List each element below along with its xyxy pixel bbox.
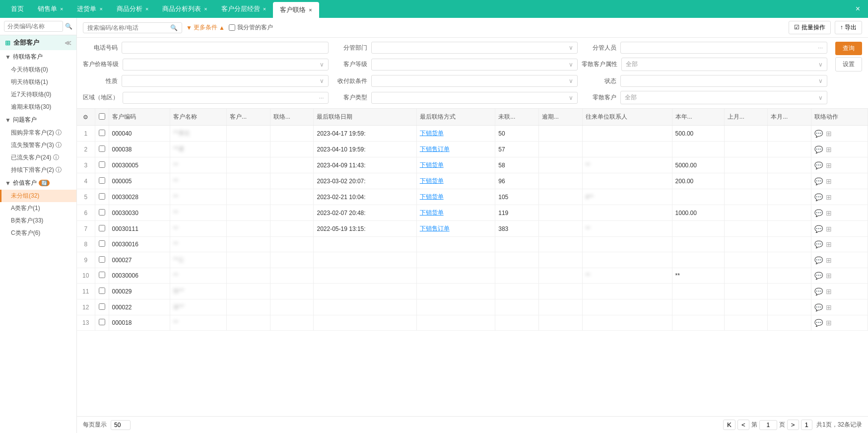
sidebar-item-ungroup[interactable]: 未分组(32) bbox=[0, 190, 76, 202]
td-checkbox[interactable] bbox=[95, 189, 109, 205]
tab-bar-close-btn[interactable]: × bbox=[852, 4, 864, 13]
td-last-method[interactable] bbox=[416, 237, 495, 252]
sidebar-group-value[interactable]: ▼ 价值客户 🔄 bbox=[0, 176, 76, 190]
sidebar-search-icon[interactable]: 🔍 bbox=[65, 23, 72, 30]
filter-select-nature[interactable]: ∨ bbox=[122, 75, 329, 87]
td-last-method[interactable] bbox=[416, 299, 495, 315]
sidebar-item-losswarning[interactable]: 流失预警客户(3) ⓘ bbox=[0, 139, 76, 151]
td-name[interactable]: 浓** bbox=[170, 299, 227, 315]
action-chat-icon[interactable]: 💬 bbox=[814, 225, 823, 233]
td-name[interactable]: ** bbox=[170, 189, 227, 205]
td-name[interactable]: ** bbox=[170, 315, 227, 331]
filter-select-price-grade[interactable]: ∨ bbox=[123, 59, 329, 71]
batch-ops-btn[interactable]: ☑ 批量操作 bbox=[789, 21, 830, 34]
td-last-method[interactable] bbox=[416, 315, 495, 331]
td-last-method[interactable]: 下销货单 bbox=[416, 173, 495, 189]
td-last-method[interactable]: 下销货单 bbox=[416, 157, 495, 173]
action-chat-icon[interactable]: 💬 bbox=[814, 209, 823, 217]
sidebar-group-pending[interactable]: ▼ 待联络客户 bbox=[0, 50, 76, 64]
action-grid-icon[interactable]: ⊞ bbox=[826, 288, 832, 295]
action-grid-icon[interactable]: ⊞ bbox=[826, 130, 832, 138]
filter-select-retail[interactable]: 全部 ∨ bbox=[620, 91, 827, 104]
td-name[interactable]: **亲仕 bbox=[170, 126, 227, 142]
action-grid-icon[interactable]: ⊞ bbox=[826, 161, 832, 169]
td-checkbox[interactable] bbox=[95, 268, 109, 284]
td-name[interactable]: ** bbox=[170, 237, 227, 252]
sidebar-group-problem[interactable]: ▼ 问题客户 bbox=[0, 113, 76, 127]
query-btn[interactable]: 查询 bbox=[835, 42, 862, 55]
td-checkbox[interactable] bbox=[95, 237, 109, 252]
my-customers-check[interactable] bbox=[229, 24, 235, 31]
td-name[interactable]: ** bbox=[170, 205, 227, 221]
tab-goods-analysis-list-close[interactable]: × bbox=[204, 6, 207, 12]
td-last-method[interactable]: 下销售订单 bbox=[416, 142, 495, 157]
filter-select-customer-type[interactable]: ∨ bbox=[371, 92, 578, 104]
tab-customer-contact[interactable]: 客户联络 × bbox=[273, 2, 319, 18]
action-chat-icon[interactable]: 💬 bbox=[814, 177, 823, 185]
td-checkbox[interactable] bbox=[95, 173, 109, 189]
footer-first-btn[interactable]: K bbox=[723, 420, 735, 430]
sidebar-item-tomorrow-pending[interactable]: 明天待联络(1) bbox=[0, 76, 76, 88]
td-checkbox[interactable] bbox=[95, 126, 109, 142]
sidebar-item-lost[interactable]: 已流失客户(24) ⓘ bbox=[0, 151, 76, 164]
td-last-method[interactable]: 下销货单 bbox=[416, 189, 495, 205]
td-name[interactable]: ** bbox=[170, 173, 227, 189]
action-grid-icon[interactable]: ⊞ bbox=[826, 225, 832, 233]
footer-page-size-input[interactable] bbox=[111, 420, 131, 430]
td-checkbox[interactable] bbox=[95, 284, 109, 299]
tab-purchase-close[interactable]: × bbox=[99, 6, 102, 12]
row-checkbox[interactable] bbox=[99, 193, 105, 200]
tab-customer-contact-close[interactable]: × bbox=[309, 7, 312, 13]
row-checkbox[interactable] bbox=[99, 288, 105, 294]
row-checkbox[interactable] bbox=[99, 177, 105, 184]
row-checkbox[interactable] bbox=[99, 161, 105, 168]
th-checkbox[interactable] bbox=[95, 109, 109, 126]
row-checkbox[interactable] bbox=[99, 145, 105, 152]
my-customers-checkbox[interactable]: 我分管的客户 bbox=[229, 23, 273, 32]
td-name[interactable]: ** bbox=[170, 268, 227, 284]
sidebar-item-b-class[interactable]: B类客户(33) bbox=[0, 215, 76, 227]
tab-sale-close[interactable]: × bbox=[60, 6, 63, 12]
sidebar-item-a-class[interactable]: A类客户(1) bbox=[0, 202, 76, 215]
filter-select-customer-grade[interactable]: ∨ bbox=[371, 59, 578, 71]
tab-goods-analysis-list[interactable]: 商品分析列表 × bbox=[155, 0, 214, 18]
action-chat-icon[interactable]: 💬 bbox=[814, 145, 823, 153]
td-last-method[interactable]: 下销货单 bbox=[416, 205, 495, 221]
td-name[interactable]: **请 bbox=[170, 142, 227, 157]
sidebar-item-week-pending[interactable]: 近7天待联络(0) bbox=[0, 88, 76, 101]
td-name[interactable]: **公 bbox=[170, 252, 227, 268]
filter-search-icon[interactable]: 🔍 bbox=[170, 24, 178, 31]
action-grid-icon[interactable]: ⊞ bbox=[826, 145, 832, 153]
action-grid-icon[interactable]: ⊞ bbox=[826, 303, 832, 311]
filter-search-input[interactable] bbox=[87, 24, 170, 31]
sidebar-item-declining[interactable]: 持续下滑客户(2) ⓘ bbox=[0, 164, 76, 176]
row-checkbox[interactable] bbox=[99, 303, 105, 310]
td-checkbox[interactable] bbox=[95, 221, 109, 237]
action-grid-icon[interactable]: ⊞ bbox=[826, 240, 832, 248]
row-checkbox[interactable] bbox=[99, 240, 105, 247]
tab-customer-layer[interactable]: 客户分层经营 × bbox=[214, 0, 273, 18]
td-last-method[interactable] bbox=[416, 252, 495, 268]
row-checkbox[interactable] bbox=[99, 319, 105, 325]
tab-customer-layer-close[interactable]: × bbox=[263, 6, 266, 12]
td-checkbox[interactable] bbox=[95, 299, 109, 315]
td-name[interactable]: 扶** bbox=[170, 284, 227, 299]
td-last-method[interactable]: 下销售订单 bbox=[416, 221, 495, 237]
action-chat-icon[interactable]: 💬 bbox=[814, 272, 823, 280]
action-chat-icon[interactable]: 💬 bbox=[814, 161, 823, 169]
row-checkbox[interactable] bbox=[99, 272, 105, 278]
footer-last-btn[interactable]: 1 bbox=[801, 420, 812, 430]
more-conditions-btn[interactable]: ▼ 更多条件 ▲ bbox=[186, 23, 225, 32]
td-checkbox[interactable] bbox=[95, 142, 109, 157]
row-checkbox[interactable] bbox=[99, 225, 105, 231]
sidebar-item-today-pending[interactable]: 今天待联络(0) bbox=[0, 64, 76, 76]
reset-btn[interactable]: 设置 bbox=[835, 57, 862, 72]
action-chat-icon[interactable]: 💬 bbox=[814, 130, 823, 138]
footer-prev-btn[interactable]: < bbox=[737, 420, 749, 430]
td-checkbox[interactable] bbox=[95, 315, 109, 331]
tab-home[interactable]: 首页 bbox=[4, 0, 31, 18]
action-grid-icon[interactable]: ⊞ bbox=[826, 256, 832, 264]
td-last-method[interactable]: 下销货单 bbox=[416, 126, 495, 142]
filter-select-dept[interactable]: ∨ bbox=[371, 42, 578, 54]
action-chat-icon[interactable]: 💬 bbox=[814, 240, 823, 248]
